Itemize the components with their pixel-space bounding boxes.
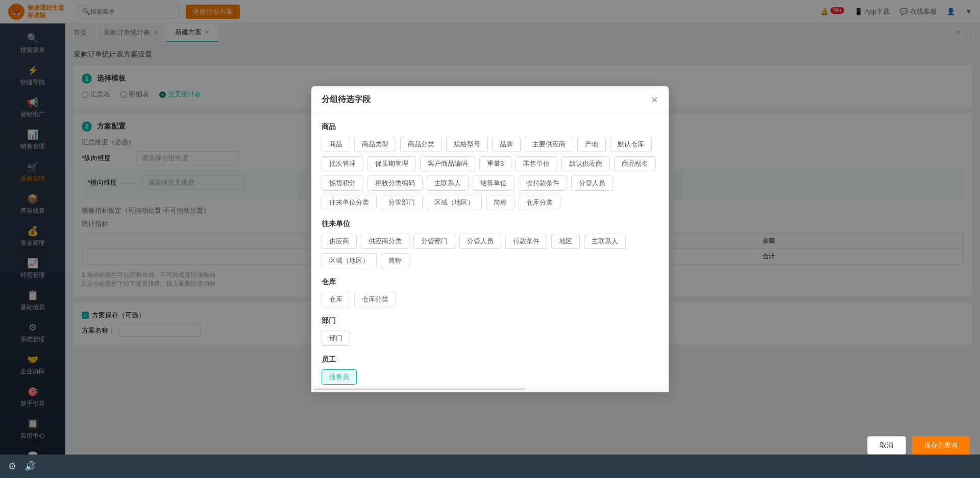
field-tag[interactable]: 供应商分类	[361, 234, 409, 249]
product-fields: 商品 商品类型 商品分类 规格型号 品牌 主要供应商 产地 默认仓库 批次管理 …	[322, 137, 658, 210]
field-tag[interactable]: 商品分类	[400, 137, 442, 152]
employee-fields: 业务员	[322, 369, 658, 385]
field-tag[interactable]: 主联系人	[427, 175, 469, 191]
field-tag[interactable]: 主联系人	[584, 234, 626, 249]
field-tag[interactable]: 保质期管理	[368, 156, 416, 171]
field-tag[interactable]: 仓库分类	[519, 195, 560, 210]
bottom-bar: ⚙ 🔊	[0, 455, 980, 478]
field-tag[interactable]: 产地	[577, 137, 606, 152]
field-tag[interactable]: 付款条件	[505, 234, 547, 249]
overlay: 分组待选字段 ✕ 商品 商品 商品类型 商品分类 规格型号 品牌 主要供应商 产…	[0, 0, 980, 478]
field-tag[interactable]: 仓库	[322, 292, 350, 307]
field-tag[interactable]: 仓库分类	[354, 292, 396, 307]
section-product-title: 商品	[322, 122, 658, 132]
department-fields: 部门	[322, 331, 658, 346]
dialog-body: 商品 商品 商品类型 商品分类 规格型号 品牌 主要供应商 产地 默认仓库 批次…	[311, 114, 669, 386]
dialog-close-button[interactable]: ✕	[651, 94, 658, 106]
field-tag[interactable]: 简称	[486, 195, 514, 210]
section-department: 部门 部门	[322, 316, 658, 346]
section-counterpart: 往来单位 供应商 供应商分类 分管部门 分管人员 付款条件 地区 主联系人 区域…	[322, 219, 658, 268]
dialog-hscroll[interactable]	[311, 386, 669, 392]
section-product: 商品 商品 商品类型 商品分类 规格型号 品牌 主要供应商 产地 默认仓库 批次…	[322, 122, 658, 210]
field-tag[interactable]: 往来单位分类	[322, 195, 377, 210]
section-department-title: 部门	[322, 316, 658, 325]
field-tag[interactable]: 收付款条件	[519, 175, 567, 191]
dialog-header: 分组待选字段 ✕	[311, 86, 669, 114]
dialog-title: 分组待选字段	[322, 94, 371, 105]
field-select-dialog: 分组待选字段 ✕ 商品 商品 商品类型 商品分类 规格型号 品牌 主要供应商 产…	[311, 86, 669, 392]
field-tag[interactable]: 分管部门	[381, 195, 423, 210]
cancel-button[interactable]: 取消	[867, 436, 906, 455]
field-tag-salesperson[interactable]: 业务员	[322, 369, 357, 385]
field-tag[interactable]: 客户商品编码	[420, 156, 475, 171]
warehouse-fields: 仓库 仓库分类	[322, 292, 658, 307]
field-tag[interactable]: 商品类型	[354, 137, 396, 152]
field-tag[interactable]: 结算单位	[473, 175, 514, 191]
settings-icon[interactable]: ⚙	[8, 461, 16, 472]
field-tag[interactable]: 重量3	[479, 156, 511, 171]
section-warehouse-title: 仓库	[322, 278, 658, 287]
field-tag[interactable]: 零售单位	[516, 156, 557, 171]
field-tag[interactable]: 商品别名	[614, 156, 656, 171]
field-tag[interactable]: 批次管理	[322, 156, 363, 171]
field-tag[interactable]: 分管部门	[413, 234, 455, 249]
field-tag[interactable]: 税收分类编码	[368, 175, 423, 191]
field-tag[interactable]: 供应商	[322, 234, 357, 249]
field-tag[interactable]: 简称	[381, 253, 409, 268]
field-tag[interactable]: 部门	[322, 331, 350, 346]
hscroll-thumb	[313, 388, 525, 390]
section-employee-title: 员工	[322, 355, 658, 364]
dialog-footer-buttons: 取消 保存并查询	[867, 436, 970, 455]
confirm-button[interactable]: 保存并查询	[912, 436, 970, 455]
field-tag[interactable]: 品牌	[492, 137, 521, 152]
field-tag[interactable]: 默认供应商	[561, 156, 610, 171]
field-tag[interactable]: 地区	[551, 234, 580, 249]
section-warehouse: 仓库 仓库 仓库分类	[322, 278, 658, 307]
field-tag[interactable]: 区域（地区）	[322, 253, 377, 268]
section-employee: 员工 业务员	[322, 355, 658, 385]
field-tag[interactable]: 拣货积分	[322, 175, 363, 191]
section-counterpart-title: 往来单位	[322, 219, 658, 229]
field-tag[interactable]: 商品	[322, 137, 350, 152]
field-tag[interactable]: 区域（地区）	[427, 195, 482, 210]
field-tag[interactable]: 主要供应商	[525, 137, 573, 152]
field-tag[interactable]: 规格型号	[446, 137, 488, 152]
audio-icon[interactable]: 🔊	[24, 461, 36, 472]
field-tag[interactable]: 分管人员	[459, 234, 501, 249]
field-tag[interactable]: 分管人员	[571, 175, 613, 191]
counterpart-fields: 供应商 供应商分类 分管部门 分管人员 付款条件 地区 主联系人 区域（地区） …	[322, 234, 658, 268]
field-tag[interactable]: 默认仓库	[610, 137, 652, 152]
